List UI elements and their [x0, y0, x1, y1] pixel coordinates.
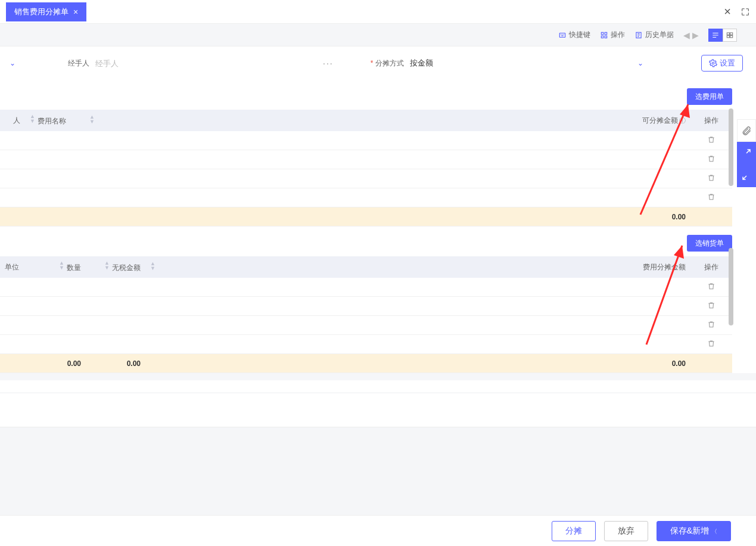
table-row[interactable]: [0, 131, 732, 150]
page-tab[interactable]: 销售费用分摊单 ×: [6, 2, 86, 21]
handler-input[interactable]: [93, 55, 319, 72]
scrollbar-thumb[interactable]: [729, 108, 733, 186]
attachment-button[interactable]: [737, 119, 756, 142]
table-row[interactable]: [0, 297, 732, 316]
next-record-icon[interactable]: ▶: [692, 30, 699, 40]
settings-label: 设置: [720, 58, 735, 69]
tab-title: 销售费用分摊单: [14, 7, 69, 17]
svg-rect-7: [730, 32, 733, 35]
col-operation2: 操作: [690, 256, 732, 278]
col-unit[interactable]: 单位: [0, 256, 26, 278]
help-icon[interactable]: ⓘ: [679, 117, 686, 124]
select-sales-button[interactable]: 选销货单: [687, 235, 732, 252]
sales-table: 单位 ▲▼数量 ▲▼无税金额 ▲▼ 费用分摊金额 操作 0.00 0.00 0.…: [0, 256, 732, 373]
col-expense-name[interactable]: ▲▼费用名称: [25, 110, 85, 131]
shortcut-button[interactable]: 快捷键: [558, 30, 590, 40]
col-operation: 操作: [690, 110, 732, 131]
distribute-button[interactable]: 分摊: [552, 521, 596, 541]
fullscreen-icon[interactable]: [741, 7, 750, 17]
sort-icon[interactable]: ▲▼: [150, 261, 155, 271]
save-new-button[interactable]: 保存&新增〈: [657, 521, 731, 541]
shortcut-label: 快捷键: [569, 30, 590, 40]
blank-panel: [0, 380, 756, 392]
svg-rect-2: [605, 32, 607, 35]
qty-total: 0.00: [26, 354, 86, 373]
close-window-icon[interactable]: ×: [721, 2, 733, 21]
blank-panel: [0, 393, 756, 427]
table-total-row: 0.00: [0, 207, 732, 227]
table-row[interactable]: [0, 188, 732, 207]
trash-icon[interactable]: [707, 137, 715, 145]
svg-rect-1: [601, 32, 603, 35]
col-qty[interactable]: ▲▼数量: [26, 256, 86, 278]
operate-button[interactable]: 操作: [600, 30, 625, 40]
sort-icon[interactable]: ▲▼: [89, 114, 95, 124]
trash-icon[interactable]: [707, 156, 715, 165]
table-total-row: 0.00 0.00 0.00: [0, 354, 732, 373]
sort-icon[interactable]: ▲▼: [30, 114, 35, 123]
alloc-total: 0.00: [613, 354, 690, 373]
prev-record-icon[interactable]: ◀: [683, 30, 690, 40]
scrollbar-thumb[interactable]: [729, 248, 733, 325]
method-select[interactable]: [407, 55, 634, 72]
svg-rect-9: [730, 35, 733, 38]
col-spacer2: ▲▼: [145, 256, 613, 278]
method-label: 分摊方式: [371, 58, 405, 69]
expand-in-button[interactable]: [737, 165, 756, 187]
sort-icon[interactable]: ▲▼: [59, 260, 64, 270]
expense-total: 0.00: [613, 207, 690, 227]
trash-icon[interactable]: [707, 194, 715, 203]
svg-rect-8: [727, 35, 729, 38]
svg-rect-3: [601, 36, 603, 38]
chevron-up-icon: 〈: [711, 528, 717, 535]
divider: [0, 427, 756, 427]
table-row[interactable]: [0, 278, 732, 297]
history-label: 历史单据: [645, 30, 674, 40]
svg-rect-4: [605, 36, 607, 38]
table-row[interactable]: [0, 169, 732, 188]
sort-icon[interactable]: ▲▼: [104, 260, 110, 270]
col-alloc[interactable]: 费用分摊金额: [613, 256, 690, 278]
save-new-label: 保存&新增: [670, 526, 709, 535]
col-spacer: ▲▼: [85, 110, 613, 131]
select-expense-button[interactable]: 选费用单: [687, 88, 732, 105]
table-row[interactable]: [0, 335, 732, 354]
list-view-toggle[interactable]: [708, 29, 723, 42]
trash-icon[interactable]: [707, 341, 715, 349]
trash-icon[interactable]: [707, 303, 715, 311]
settings-button[interactable]: 设置: [701, 55, 743, 72]
table-row[interactable]: [0, 150, 732, 169]
col-notax[interactable]: ▲▼无税金额: [86, 256, 145, 278]
expand-out-button[interactable]: [737, 142, 756, 165]
method-chevron-icon[interactable]: ⌄: [637, 59, 643, 67]
card-view-toggle[interactable]: [723, 29, 737, 42]
handler-picker-icon[interactable]: ···: [323, 58, 334, 68]
svg-rect-6: [727, 32, 729, 35]
prev-field-chevron-icon[interactable]: ⌄: [6, 59, 19, 67]
svg-point-10: [712, 62, 714, 64]
expense-table: 人 ▲▼费用名称 ▲▼ 可分摊金额ⓘ 操作 0.00: [0, 110, 732, 227]
discard-button[interactable]: 放弃: [604, 521, 648, 541]
notax-total: 0.00: [86, 354, 145, 373]
tab-close-icon[interactable]: ×: [73, 7, 78, 17]
handler-label: 经手人: [68, 58, 89, 69]
table-row[interactable]: [0, 316, 732, 335]
trash-icon[interactable]: [707, 175, 715, 184]
operate-label: 操作: [611, 30, 625, 40]
trash-icon[interactable]: [707, 284, 715, 292]
svg-rect-0: [559, 33, 565, 37]
col-alloc-amount[interactable]: 可分摊金额ⓘ: [613, 110, 690, 131]
trash-icon[interactable]: [707, 322, 715, 330]
history-button[interactable]: 历史单据: [634, 30, 674, 40]
col-person[interactable]: 人: [0, 110, 25, 131]
